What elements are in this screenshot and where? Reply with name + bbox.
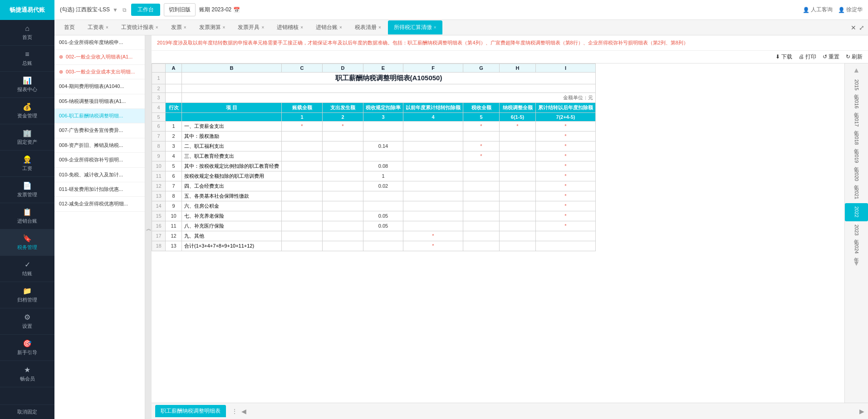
cell-C12[interactable] [282, 181, 323, 191]
cell-A8[interactable]: 3 [166, 141, 182, 151]
download-button[interactable]: ⬇ 下载 [775, 53, 792, 61]
cell-C6[interactable]: * [282, 121, 323, 131]
tab-invoice-close[interactable]: × [184, 25, 186, 30]
cell-G9[interactable]: * [463, 151, 500, 161]
cell-I15[interactable]: * [536, 211, 596, 221]
cell-B14[interactable]: 六、住房公积金 [182, 201, 282, 211]
tab-salary[interactable]: 工资表 × [82, 20, 114, 34]
copy-icon[interactable]: ⧉ [123, 7, 127, 13]
cell-A11[interactable]: 6 [166, 171, 182, 181]
year-2016[interactable]: 2016年 [845, 94, 868, 112]
year-up-button[interactable]: ▲ [851, 64, 862, 76]
sheet-options-icon[interactable]: ⋮ [231, 408, 238, 415]
cell-H17[interactable] [500, 231, 536, 241]
cell-D13[interactable] [323, 191, 363, 201]
cell-G15[interactable] [463, 211, 500, 221]
year-2022[interactable]: 2022年 [845, 203, 868, 221]
cell-G8[interactable]: * [463, 141, 500, 151]
sidebar-item-home[interactable]: ⌂ 首页 [0, 20, 54, 46]
year-2020[interactable]: 2020年 [845, 167, 868, 185]
cell-I18[interactable] [536, 241, 596, 251]
cell-H13[interactable] [500, 191, 536, 201]
cell-B7[interactable]: 其中：股权激励 [182, 131, 282, 141]
doc-item-003[interactable]: ⊗ 003-一般企业业成本支出明细... [54, 65, 145, 79]
sidebar-item-ledger[interactable]: ≡ 总账 [0, 46, 54, 72]
sidebar-item-reports[interactable]: 📊 报表中心 [0, 72, 54, 98]
year-2015[interactable]: 2015年 [845, 76, 868, 94]
cell-C7[interactable] [282, 131, 323, 141]
doc-item-008[interactable]: 008-资产折旧、摊销及纳税... [54, 138, 145, 153]
sidebar-item-member[interactable]: ★ 畅会员 [0, 361, 54, 387]
cell-F15[interactable] [403, 211, 463, 221]
sidebar-item-invoice[interactable]: 📄 发票管理 [0, 177, 54, 203]
cell-I16[interactable]: * [536, 221, 596, 231]
year-2023[interactable]: 2023年 [845, 221, 868, 239]
tab-invoice-calc-close[interactable]: × [223, 25, 226, 30]
cell-I10[interactable]: * [536, 161, 596, 171]
tab-purchase-check-close[interactable]: × [300, 25, 303, 30]
cell-B6[interactable]: 一、工资薪金支出 [182, 121, 282, 131]
scroll-right-icon[interactable]: ▶ [859, 408, 864, 415]
cell-F8[interactable] [403, 141, 463, 151]
tab-invoice-open-close[interactable]: × [261, 25, 264, 30]
cell-G10[interactable] [463, 161, 500, 171]
cell-B15[interactable]: 七、补充养老保险 [182, 211, 282, 221]
sheet-tab[interactable]: 职工薪酬纳税调整明细表 [155, 405, 226, 417]
back-button[interactable]: 切到旧版 [164, 3, 196, 16]
cell-I7[interactable]: * [536, 131, 596, 141]
doc-item-011[interactable]: 011-研发费用加计扣除优惠... [54, 182, 145, 197]
cell-D6[interactable]: * [323, 121, 363, 131]
tab-purchase-ledger[interactable]: 进销台账 × [310, 20, 348, 34]
cell-E11[interactable]: 1 [363, 171, 403, 181]
cell-F12[interactable] [403, 181, 463, 191]
cell-C15[interactable] [282, 211, 323, 221]
refresh-button[interactable]: ↻ 刷新 [846, 53, 863, 61]
cell-F17[interactable]: * [403, 231, 463, 241]
cell-A14[interactable]: 9 [166, 201, 182, 211]
cell-G14[interactable] [463, 201, 500, 211]
tab-tax-table[interactable]: 税表清册 × [349, 20, 387, 34]
cell-B10[interactable]: 其中：按税收规定比例扣除的职工教育经费 [182, 161, 282, 171]
print-button[interactable]: 🖨 打印 [799, 53, 816, 61]
customer-service-button[interactable]: 👤 人工客询 [803, 6, 833, 14]
collapse-panel-handle[interactable]: 《 [145, 35, 152, 419]
cell-A9[interactable]: 4 [166, 151, 182, 161]
year-2021[interactable]: 2021年 [845, 185, 868, 203]
tab-maximize-icon[interactable]: ⤢ [859, 24, 864, 31]
cell-G17[interactable] [463, 231, 500, 241]
sidebar-item-archive[interactable]: 📁 归档管理 [0, 282, 54, 308]
cell-F10[interactable] [403, 161, 463, 171]
cell-A7[interactable]: 2 [166, 131, 182, 141]
cell-D9[interactable] [323, 151, 363, 161]
cell-A10[interactable]: 5 [166, 161, 182, 171]
sidebar-item-tax[interactable]: 🔖 税务管理 [0, 229, 54, 256]
sidebar-item-salary[interactable]: 👷 工资 [0, 151, 54, 177]
reset-button[interactable]: ↺ 重置 [823, 53, 839, 61]
cell-I11[interactable]: * [536, 171, 596, 181]
cell-E13[interactable] [363, 191, 403, 201]
doc-item-005[interactable]: 005-纳税调整项目明细表(A1... [54, 94, 145, 109]
cell-H18[interactable] [500, 241, 536, 251]
cell-A12[interactable]: 7 [166, 181, 182, 191]
tab-invoice-calc[interactable]: 发票测算 × [193, 20, 231, 34]
cell-E17[interactable] [363, 231, 403, 241]
cell-E16[interactable]: 0.05 [363, 221, 403, 231]
year-2024[interactable]: 2024年 [845, 239, 868, 258]
cell-C14[interactable] [282, 201, 323, 211]
doc-item-006[interactable]: 006-职工薪酬纳税调整明细... [54, 109, 145, 123]
cell-E14[interactable] [363, 201, 403, 211]
scroll-left-icon[interactable]: ◀ [241, 408, 246, 415]
cell-A16[interactable]: 11 [166, 221, 182, 231]
year-2017[interactable]: 2017年 [845, 112, 868, 131]
cell-D18[interactable] [323, 241, 363, 251]
tab-tax-table-close[interactable]: × [378, 25, 381, 30]
spreadsheet-main[interactable]: A B C D E F G H I [152, 63, 844, 403]
cell-D15[interactable] [323, 211, 363, 221]
cell-H15[interactable] [500, 211, 536, 221]
cell-F16[interactable] [403, 221, 463, 231]
sidebar-item-assets[interactable]: 🏢 固定资产 [0, 124, 54, 151]
doc-item-010[interactable]: 010-免税、减计收入及加计... [54, 168, 145, 182]
cell-E8[interactable]: 0.14 [363, 141, 403, 151]
cell-F11[interactable] [403, 171, 463, 181]
tab-invoice[interactable]: 发票 × [165, 20, 192, 34]
